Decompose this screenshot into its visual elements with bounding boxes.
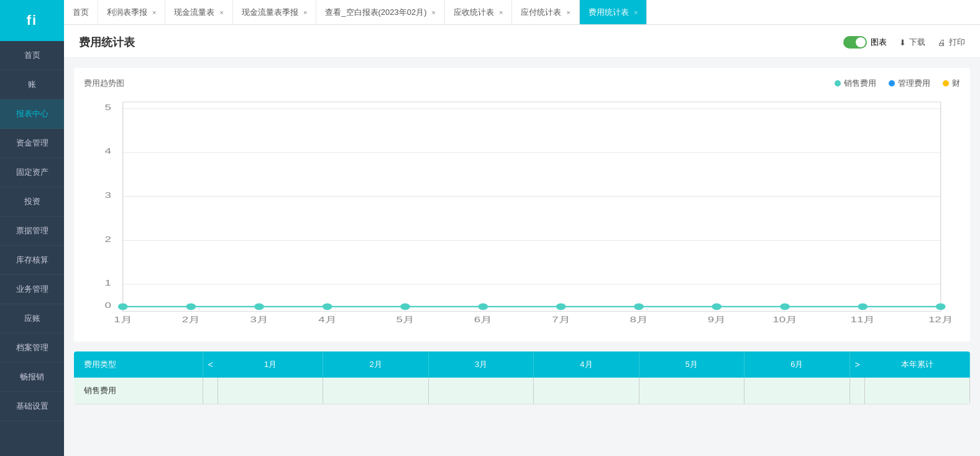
svg-point-22 — [780, 303, 790, 310]
svg-point-24 — [936, 303, 946, 310]
sidebar-item-invest[interactable]: 投资 — [0, 187, 64, 216]
sidebar-item-home[interactable]: 首页 — [0, 41, 64, 70]
td-type: 销售费用 — [74, 378, 203, 404]
chart-title: 费用趋势图 — [84, 78, 124, 89]
close-tab-receivable[interactable]: × — [499, 9, 503, 16]
td-m3 — [429, 378, 534, 404]
td-year-total — [865, 378, 970, 404]
legend-admin-expense: 管理费用 — [889, 78, 930, 89]
svg-text:4月: 4月 — [318, 315, 336, 323]
sidebar-item-settings[interactable]: 基础设置 — [0, 392, 64, 421]
th-m3: 3月 — [429, 351, 534, 378]
page-title: 费用统计表 — [79, 35, 135, 50]
th-m4: 4月 — [534, 351, 639, 378]
sidebar-item-inventory[interactable]: 库存核算 — [0, 246, 64, 275]
svg-text:12月: 12月 — [928, 315, 953, 323]
legend-sales-expense: 销售费用 — [835, 78, 876, 89]
print-button[interactable]: 🖨 打印 — [938, 37, 965, 48]
svg-text:7月: 7月 — [552, 315, 570, 323]
expense-table: 费用类型 < 1月 2月 3月 4月 5月 6月 > 本年累计 销售费用 — [74, 351, 970, 404]
sidebar-item-service[interactable]: 业务管理 — [0, 275, 64, 304]
svg-text:1月: 1月 — [114, 315, 132, 323]
sidebar-item-sales[interactable]: 畅报销 — [0, 363, 64, 392]
sidebar-item-payable[interactable]: 应账 — [0, 304, 64, 333]
sidebar-item-archive[interactable]: 档案管理 — [0, 333, 64, 363]
svg-text:1: 1 — [104, 278, 111, 287]
table-header: 费用类型 < 1月 2月 3月 4月 5月 6月 > 本年累计 — [74, 351, 970, 378]
chart-area: 5 4 3 2 1 0 — [84, 95, 960, 332]
th-m6: 6月 — [744, 351, 849, 378]
table-row: 销售费用 — [74, 378, 970, 404]
th-type: 费用类型 — [74, 351, 203, 378]
sidebar-item-account[interactable]: 账 — [0, 70, 64, 100]
close-tab-profit-quarter[interactable]: × — [152, 9, 156, 16]
svg-text:10月: 10月 — [772, 315, 797, 323]
chart-toggle-wrap: 图表 — [843, 36, 887, 49]
svg-point-13 — [118, 303, 128, 310]
svg-text:8月: 8月 — [630, 315, 648, 323]
tab-payable-stat[interactable]: 应付统计表 × — [512, 0, 579, 24]
th-m5: 5月 — [639, 351, 744, 378]
svg-text:3月: 3月 — [250, 315, 268, 323]
svg-text:5月: 5月 — [396, 315, 414, 323]
legend-label-sales: 销售费用 — [844, 78, 876, 89]
close-tab-expense-stat[interactable]: × — [634, 9, 638, 16]
th-nav-prev[interactable]: < — [203, 351, 218, 378]
legend-dot-admin — [889, 80, 895, 86]
sidebar-item-report-center[interactable]: 报表中心 — [0, 100, 64, 129]
close-tab-payable-stat[interactable]: × — [566, 9, 570, 16]
tab-blank-report[interactable]: 查看_空白报表(2023年02月) × — [316, 0, 445, 24]
svg-point-15 — [254, 303, 264, 310]
svg-text:2: 2 — [104, 235, 111, 243]
tab-expense-stat[interactable]: 费用统计表 × — [580, 0, 647, 24]
tab-cashflow-quarter[interactable]: 现金流量表季报 × — [233, 0, 316, 24]
chart-svg: 5 4 3 2 1 0 — [84, 95, 960, 332]
tab-receivable[interactable]: 应收统计表 × — [445, 0, 512, 24]
close-tab-cashflow[interactable]: × — [219, 9, 223, 16]
th-nav-next[interactable]: > — [850, 351, 865, 378]
download-button[interactable]: ⬇ 下载 — [899, 37, 925, 48]
svg-text:0: 0 — [104, 300, 111, 309]
svg-point-16 — [323, 303, 332, 310]
legend-dot-finance — [943, 80, 949, 86]
sidebar: fi 首页 账 报表中心 资金管理 固定资产 投资 票据管理 库存核算 业务管理… — [0, 0, 64, 456]
legend-label-finance: 财 — [952, 78, 960, 89]
chart-toggle-label: 图表 — [871, 37, 887, 48]
sidebar-logo: fi — [0, 0, 64, 41]
close-tab-blank-report[interactable]: × — [432, 9, 436, 16]
main-area: 首页 利润表季报 × 现金流量表 × 现金流量表季报 × 查看_空白报表(202… — [64, 0, 980, 456]
th-m1: 1月 — [218, 351, 323, 378]
svg-point-21 — [712, 303, 722, 310]
header-actions: 图表 ⬇ 下载 🖨 打印 — [843, 36, 965, 49]
page-header: 费用统计表 图表 ⬇ 下载 🖨 打印 — [64, 25, 980, 58]
download-icon: ⬇ — [899, 38, 906, 47]
svg-text:3: 3 — [104, 190, 111, 199]
chart-toggle[interactable] — [843, 36, 867, 49]
print-icon: 🖨 — [938, 38, 946, 47]
tab-home[interactable]: 首页 — [64, 0, 98, 24]
legend-dot-sales — [835, 80, 841, 86]
sidebar-item-fund[interactable]: 资金管理 — [0, 129, 64, 158]
svg-point-14 — [186, 303, 196, 310]
td-nav-space2 — [850, 378, 865, 404]
svg-text:9月: 9月 — [708, 315, 726, 323]
svg-point-23 — [858, 303, 868, 310]
td-m4 — [534, 378, 639, 404]
tab-bar: 首页 利润表季报 × 现金流量表 × 现金流量表季报 × 查看_空白报表(202… — [64, 0, 980, 25]
sidebar-item-ticket[interactable]: 票据管理 — [0, 216, 64, 246]
svg-text:11月: 11月 — [851, 315, 876, 323]
td-nav-space — [203, 378, 218, 404]
page-content: 费用统计表 图表 ⬇ 下载 🖨 打印 费用趋势图 — [64, 25, 980, 456]
tab-profit-quarter[interactable]: 利润表季报 × — [98, 0, 165, 24]
tab-cashflow[interactable]: 现金流量表 × — [165, 0, 232, 24]
chart-header: 费用趋势图 销售费用 管理费用 财 — [84, 78, 960, 89]
chart-section: 费用趋势图 销售费用 管理费用 财 — [74, 68, 970, 342]
svg-point-19 — [556, 303, 566, 310]
td-m2 — [323, 378, 428, 404]
legend-label-admin: 管理费用 — [898, 78, 930, 89]
close-tab-cashflow-quarter[interactable]: × — [303, 9, 307, 16]
td-m1 — [218, 378, 323, 404]
td-m6 — [744, 378, 849, 404]
sidebar-item-fixed-asset[interactable]: 固定资产 — [0, 158, 64, 187]
th-m2: 2月 — [323, 351, 428, 378]
